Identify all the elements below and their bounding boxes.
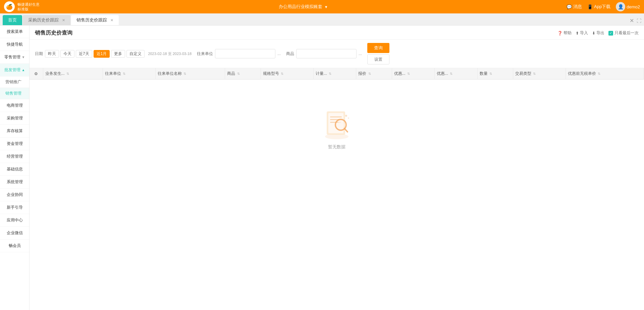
sidebar-item-ecommerce[interactable]: 电商管理 <box>0 99 29 112</box>
sidebar-item-app-center[interactable]: 应用中心 <box>0 214 29 227</box>
sidebar-item-vip[interactable]: 畅会员 <box>0 240 29 252</box>
date-btn-7days[interactable]: 近7天 <box>76 50 92 58</box>
tab-bar: 首页 采购历史价跟踪 ✕ 销售历史价跟踪 ✕ ✕ ⛶ <box>0 13 644 25</box>
export-btn[interactable]: ⬇ 导出 <box>592 30 604 36</box>
col-biz-date[interactable]: 业务发生... ⇅ <box>43 68 103 80</box>
page-header: 销售历史价查询 ❓ 帮助 ⬆ 导入 ⬇ 导出 ✓ 只看最后一次 <box>30 25 644 40</box>
col-settings[interactable]: ⚙ <box>30 68 43 80</box>
col-partner-name[interactable]: 往来单位名称 ⇅ <box>155 68 225 80</box>
col-discount1[interactable]: 优惠... ⇅ <box>392 68 434 80</box>
content-area: 销售历史价查询 ❓ 帮助 ⬆ 导入 ⬇ 导出 ✓ 只看最后一次 <box>30 25 644 310</box>
sidebar-item-retail-mgmt[interactable]: 零售管理 ▼ <box>0 51 29 64</box>
sort-icon: ⇅ <box>407 72 410 75</box>
settings-icon: ⚙ <box>34 71 38 76</box>
sort-icon: ⇅ <box>183 72 186 75</box>
only-last-checkbox[interactable]: ✓ 只看最后一次 <box>608 30 639 36</box>
maximize-btn[interactable]: ⛶ <box>637 18 641 23</box>
app-download-icon: 📱 <box>587 4 593 9</box>
import-btn[interactable]: ⬆ 导入 <box>576 30 588 36</box>
sort-icon: ⇅ <box>533 72 536 75</box>
partner-label: 往来单位 <box>197 51 213 57</box>
sort-icon: ⇅ <box>489 72 492 75</box>
partner-input[interactable] <box>215 49 275 58</box>
logo-text: 畅捷通好生意 标准版 <box>17 2 40 12</box>
sidebar-finance-label: 资金管理 <box>7 141 23 147</box>
tab-purchase-history[interactable]: 采购历史价跟踪 ✕ <box>23 15 70 25</box>
date-btn-yesterday[interactable]: 昨天 <box>45 50 59 58</box>
table-header-row: ⚙ 业务发生... ⇅ 往来单位 ⇅ 往来单位名称 ⇅ <box>30 68 644 80</box>
tab-home-label: 首页 <box>8 17 17 23</box>
help-btn[interactable]: ❓ 帮助 <box>557 30 572 36</box>
tab-purchase-history-close[interactable]: ✕ <box>62 18 65 22</box>
sidebar-inventory-label: 库存核算 <box>7 128 23 134</box>
col-unit[interactable]: 计量... ⇅ <box>313 68 356 80</box>
col-quoted-price[interactable]: 报价 ⇅ <box>356 68 392 80</box>
sidebar-purchase-label: 采购管理 <box>7 115 23 121</box>
goods-filter-group: 商品 ... <box>286 49 362 58</box>
date-btn-more[interactable]: 更多 <box>111 50 125 58</box>
col-pretax-price[interactable]: 优惠前无税单价 ⇅ <box>566 68 644 80</box>
sidebar-item-operation[interactable]: 经营管理 <box>0 150 29 163</box>
date-options: 昨天 今天 近7天 近1月 更多 自定义 <box>45 50 145 58</box>
sidebar-item-marketing[interactable]: 营销推广 <box>0 76 29 88</box>
sidebar-item-search-menu[interactable]: 搜索菜单 <box>0 25 29 38</box>
tab-sales-history-close[interactable]: ✕ <box>110 18 113 22</box>
help-icon: ❓ <box>557 31 562 36</box>
date-btn-today[interactable]: 今天 <box>60 50 74 58</box>
partner-filter-group: 往来单位 ... <box>197 49 281 58</box>
date-btn-1month[interactable]: 近1月 <box>94 50 110 58</box>
empty-text: 暂无数据 <box>328 144 345 150</box>
tab-home[interactable]: 首页 <box>3 15 22 25</box>
sidebar-item-inventory[interactable]: 库存核算 <box>0 125 29 138</box>
page-title: 销售历史价查询 <box>35 30 72 37</box>
data-table: ⚙ 业务发生... ⇅ 往来单位 ⇅ 往来单位名称 ⇅ <box>30 68 644 80</box>
sidebar-item-sales-mgmt[interactable]: 销售管理 <box>0 88 29 99</box>
message-btn[interactable]: 💬 消息 <box>567 4 582 10</box>
sidebar-item-purchase[interactable]: 采购管理 <box>0 112 29 125</box>
search-btn[interactable]: 查询 <box>367 43 389 53</box>
user-area[interactable]: 👤 demo2 <box>616 2 640 11</box>
col-spec[interactable]: 规格型号 ⇅ <box>261 68 313 80</box>
goods-label: 商品 <box>286 51 294 57</box>
header-right: 💬 消息 📱 App下载 👤 demo2 <box>567 2 640 11</box>
workspace-label[interactable]: 办公用品行业模拟账套 <box>279 4 322 10</box>
sidebar-item-wholesale-mgmt[interactable]: 批发管理 ▲ <box>0 64 29 76</box>
sidebar-item-system[interactable]: 系统管理 <box>0 176 29 189</box>
sort-icon: ⇅ <box>237 72 240 75</box>
goods-dots[interactable]: ... <box>359 51 362 56</box>
tab-bar-actions: ✕ ⛶ <box>630 17 641 25</box>
col-discount2[interactable]: 优惠... ⇅ <box>435 68 477 80</box>
date-btn-custom[interactable]: 自定义 <box>126 50 145 58</box>
chevron-down-icon: ▼ <box>22 55 25 59</box>
close-all-btn[interactable]: ✕ <box>630 17 634 24</box>
sidebar-item-basic-info[interactable]: 基础信息 <box>0 163 29 176</box>
col-goods[interactable]: 商品 ⇅ <box>225 68 261 80</box>
avatar: 👤 <box>616 2 625 11</box>
sidebar-search-menu-label: 搜索菜单 <box>7 29 23 35</box>
sidebar-marketing-label: 营销推广 <box>5 80 21 84</box>
tab-sales-history[interactable]: 销售历史价跟踪 ✕ <box>71 15 119 25</box>
col-quantity[interactable]: 数量 ⇅ <box>477 68 513 80</box>
sidebar-quick-nav-label: 快捷导航 <box>7 42 23 47</box>
svg-point-7 <box>337 121 344 128</box>
sort-icon: ⇅ <box>329 72 331 75</box>
svg-rect-3 <box>330 116 342 117</box>
sidebar-vip-label: 畅会员 <box>9 243 21 249</box>
empty-illustration <box>320 106 354 140</box>
dropdown-icon[interactable]: ▾ <box>325 4 327 9</box>
sidebar-item-enterprise-wechat[interactable]: 企业微信 <box>0 227 29 240</box>
partner-dots[interactable]: ... <box>277 51 281 56</box>
filter-bar: 日期 昨天 今天 近7天 近1月 更多 自定义 2023-02-18 至 202… <box>30 40 644 68</box>
tab-sales-history-label: 销售历史价跟踪 <box>76 17 107 23</box>
goods-input[interactable] <box>296 49 357 58</box>
app-download-btn[interactable]: 📱 App下载 <box>587 4 610 10</box>
sidebar-item-quick-nav[interactable]: 快捷导航 <box>0 38 29 51</box>
sidebar-sales-mgmt-label: 销售管理 <box>5 91 21 96</box>
sidebar-item-new-guide[interactable]: 新手引导 <box>0 201 29 214</box>
col-trade-type[interactable]: 交易类型 ⇅ <box>513 68 566 80</box>
settings-btn[interactable]: 设置 <box>367 54 389 64</box>
col-partner-code[interactable]: 往来单位 ⇅ <box>103 68 155 80</box>
sort-icon: ⇅ <box>598 72 600 75</box>
sidebar-item-finance[interactable]: 资金管理 <box>0 138 29 150</box>
sidebar-item-enterprise-collab[interactable]: 企业协同 <box>0 189 29 201</box>
